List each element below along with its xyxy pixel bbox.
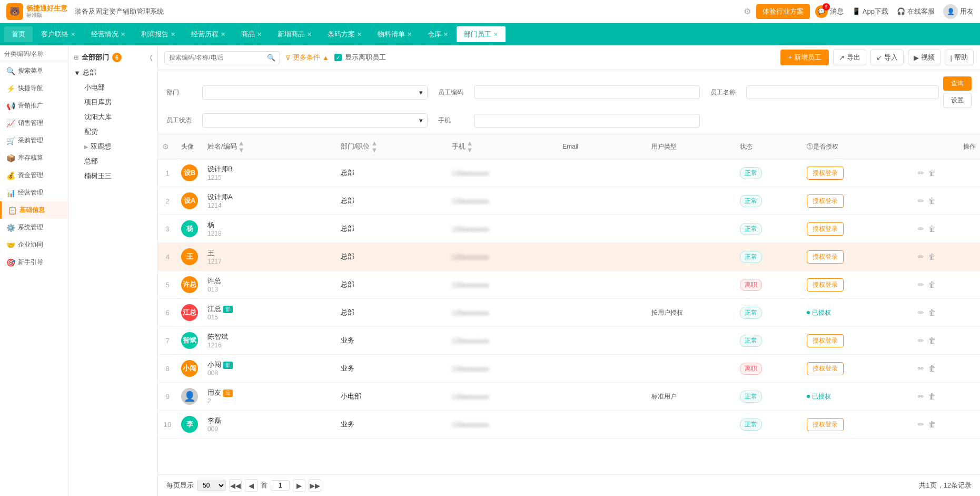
dept-select[interactable]: ▾ [202,85,428,100]
dept-node-xiaodian[interactable]: 小电部 [74,80,157,95]
dept-node-general[interactable]: ▼ 总部 [68,65,157,80]
employee-search-input[interactable] [169,54,264,61]
dept-node-nanshi[interactable]: 楠树王三 [74,169,157,183]
delete-icon[interactable]: 🗑 [928,308,936,317]
edit-icon[interactable]: ✏ [918,280,924,289]
employee-code-input[interactable] [474,85,699,99]
tab-department[interactable]: 部门员工 ✕ [457,26,506,42]
tab-business-status[interactable]: 经营情况 ✕ [84,26,133,42]
export-button[interactable]: ↗ 导出 [833,50,866,65]
sidebar-item-search[interactable]: 🔍搜索菜单 [0,62,68,80]
delete-icon[interactable]: 🗑 [928,336,936,345]
sidebar-item-guide[interactable]: 🎯新手引导 [0,254,68,271]
close-icon[interactable]: ✕ [171,31,175,38]
dept-node-zongbu[interactable]: 总部 [74,154,157,169]
last-page-button[interactable]: ▶▶ [309,479,321,492]
name-sort[interactable]: 姓名/编码 ▲▼ [207,140,332,153]
edit-icon[interactable]: ✏ [918,420,924,429]
sidebar-item-purchase[interactable]: 🛒采购管理 [0,132,68,149]
dept-node-shuanglu[interactable]: ▶ 双鹿想 [74,139,157,154]
dept-sort[interactable]: 部门/职位 ▲▼ [341,140,443,153]
trial-button[interactable]: 体验行业方案 [756,4,810,19]
close-icon[interactable]: ✕ [357,31,362,38]
edit-icon[interactable]: ✏ [918,392,924,401]
tab-add-goods[interactable]: 新增商品 ✕ [270,26,319,42]
edit-icon[interactable]: ✏ [918,252,924,261]
tab-home[interactable]: 首页 [4,26,33,42]
edit-icon[interactable]: ✏ [918,169,924,177]
delete-icon[interactable]: 🗑 [928,225,936,233]
close-icon[interactable]: ✕ [443,31,448,38]
tab-customer[interactable]: 客户联络 ✕ [34,26,83,42]
tab-barcode[interactable]: 条码方案 ✕ [320,26,369,42]
employee-name-input[interactable] [746,85,939,99]
close-icon[interactable]: ✕ [407,31,412,38]
dept-node-project[interactable]: 项目库房 [74,95,157,110]
sidebar-item-marketing[interactable]: 📢营销推广 [0,97,68,114]
phone-input[interactable] [474,114,699,128]
gear-icon[interactable]: ⚙ [744,6,751,16]
tab-profit[interactable]: 利润报告 ✕ [134,26,183,42]
help-button[interactable]: | 帮助 [945,50,974,65]
delete-icon[interactable]: 🗑 [928,420,936,429]
edit-icon[interactable]: ✏ [918,225,924,233]
prev-page-button[interactable]: ◀ [245,479,258,492]
page-number-input[interactable] [271,480,290,491]
authorize-button[interactable]: 授权登录 [807,222,844,236]
dept-node-distribution[interactable]: 配货 [74,124,157,139]
user-menu[interactable]: 👤 用友 [943,4,974,19]
search-button[interactable]: 查询 [943,76,972,91]
delete-icon[interactable]: 🗑 [928,280,936,289]
delete-icon[interactable]: 🗑 [928,364,936,373]
delete-icon[interactable]: 🗑 [928,392,936,401]
authorize-button[interactable]: 授权登录 [807,278,844,291]
sidebar-item-basic-info[interactable]: 📋基础信息 [0,201,68,219]
delete-icon[interactable]: 🗑 [928,169,936,177]
close-icon[interactable]: ✕ [493,31,498,38]
sidebar-item-system[interactable]: ⚙️系统管理 [0,219,68,236]
edit-icon[interactable]: ✏ [918,364,924,373]
tab-history[interactable]: 经营历程 ✕ [184,26,233,42]
close-icon[interactable]: ✕ [307,31,312,38]
sidebar-item-quicknav[interactable]: ⚡快捷导航 [0,80,68,97]
authorize-button[interactable]: 授权登录 [807,418,844,431]
close-icon[interactable]: ✕ [121,31,125,38]
authorize-button[interactable]: 授权登录 [807,362,844,375]
edit-icon[interactable]: ✏ [918,197,924,205]
per-page-select[interactable]: 50 100 [197,480,226,491]
video-button[interactable]: ▶ 视频 [908,50,941,65]
delete-icon[interactable]: 🗑 [928,197,936,205]
app-download-button[interactable]: 📱 App下载 [852,7,888,16]
edit-icon[interactable]: ✏ [918,336,924,345]
edit-icon[interactable]: ✏ [918,308,924,317]
import-button[interactable]: ↙ 导入 [870,50,904,65]
more-conditions-button[interactable]: ⊽ 更多条件 ▲ [285,53,329,62]
authorize-button[interactable]: 授权登录 [807,334,844,347]
close-icon[interactable]: ✕ [71,31,75,38]
status-select[interactable]: ▾ [202,113,428,128]
online-service-button[interactable]: 🎧 在线客服 [897,7,935,16]
set-button[interactable]: 设置 [943,93,972,108]
sidebar-item-inventory[interactable]: 📦库存核算 [0,149,68,167]
next-page-button[interactable]: ▶ [293,479,305,492]
authorize-button[interactable]: 授权登录 [807,194,844,208]
sidebar-item-finance[interactable]: 💰资金管理 [0,167,68,184]
add-employee-button[interactable]: + 新增员工 [780,50,828,65]
sidebar-item-collab[interactable]: 🤝企业协同 [0,236,68,254]
tab-bom[interactable]: 物料清单 ✕ [370,26,419,42]
close-icon[interactable]: ✕ [257,31,262,38]
authorize-button[interactable]: 授权登录 [807,167,844,180]
message-button[interactable]: 💬5 消息 [815,5,844,18]
table-settings-icon[interactable]: ⚙ [162,142,169,151]
delete-icon[interactable]: 🗑 [928,252,936,261]
sidebar-item-sales[interactable]: 📈销售管理 [0,114,68,132]
sidebar-search-input[interactable] [4,50,68,57]
close-icon[interactable]: ✕ [221,31,225,38]
authorize-button[interactable]: 授权登录 [807,250,844,264]
tab-goods[interactable]: 商品 ✕ [234,26,269,42]
show-resigned-toggle[interactable]: ✓ 显示离职员工 [334,53,386,62]
tab-warehouse[interactable]: 仓库 ✕ [420,26,456,42]
dept-collapse-icon[interactable]: ⟨ [150,54,152,62]
dept-node-shenyang[interactable]: 沈阳大库 [74,110,157,124]
phone-sort[interactable]: 手机 ▲▼ [452,140,555,153]
